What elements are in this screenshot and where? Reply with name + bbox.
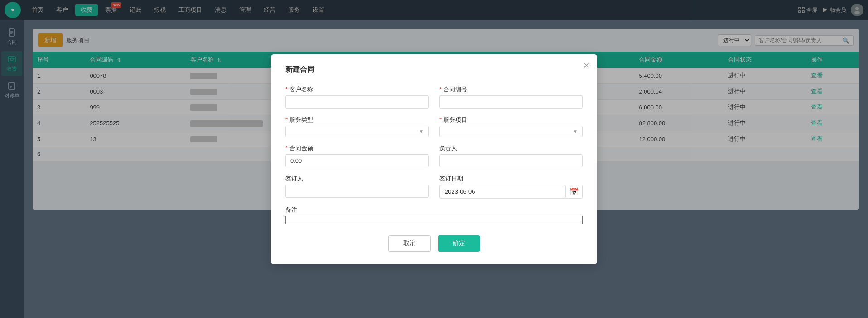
confirm-button[interactable]: 确定 [438, 235, 480, 252]
sign-date-field: 签订日期 📅 [439, 175, 583, 199]
date-field-box: 📅 [439, 185, 583, 199]
sign-date-input[interactable] [440, 185, 566, 198]
service-item-field: * 服务项目 ▼ [439, 116, 583, 137]
signer-field: 签订人 [285, 175, 429, 199]
form-section-1: * 客户名称 * 合同编号 * 服务类型 ▼ [285, 85, 583, 199]
responsible-input[interactable] [439, 154, 583, 167]
modal-box: ✕ 新建合同 * 客户名称 * 合同编号 * 服务类型 [271, 54, 597, 264]
remark-section: 备注 [285, 206, 583, 224]
client-name-input[interactable] [285, 95, 429, 109]
remark-input[interactable] [285, 216, 583, 224]
modal-close-button[interactable]: ✕ [583, 61, 590, 71]
modal-title: 新建合同 [285, 65, 583, 75]
service-type-select[interactable]: ▼ [285, 126, 429, 137]
contract-no-field: * 合同编号 [439, 85, 583, 109]
service-item-arrow: ▼ [573, 129, 578, 134]
signer-input[interactable] [285, 185, 429, 198]
amount-label: * 合同金额 [285, 144, 429, 152]
amount-field: * 合同金额 [285, 144, 429, 167]
sign-date-label: 签订日期 [439, 175, 583, 183]
modal-overlay: ✕ 新建合同 * 客户名称 * 合同编号 * 服务类型 [0, 0, 868, 318]
calendar-icon[interactable]: 📅 [566, 187, 582, 196]
service-type-field: * 服务类型 ▼ [285, 116, 429, 137]
signer-label: 签订人 [285, 175, 429, 183]
service-item-label: * 服务项目 [439, 116, 583, 124]
responsible-label: 负责人 [439, 144, 583, 152]
amount-input[interactable] [285, 154, 429, 167]
remark-label: 备注 [285, 206, 583, 214]
service-type-label: * 服务类型 [285, 116, 429, 124]
client-name-label: * 客户名称 [285, 85, 429, 94]
service-item-select[interactable]: ▼ [439, 126, 583, 137]
cancel-button[interactable]: 取消 [388, 235, 431, 252]
contract-no-input[interactable] [439, 95, 583, 109]
responsible-field: 负责人 [439, 144, 583, 167]
contract-no-label: * 合同编号 [439, 85, 583, 94]
modal-actions: 取消 确定 [285, 235, 583, 252]
client-name-field: * 客户名称 [285, 85, 429, 109]
service-type-arrow: ▼ [419, 129, 424, 134]
